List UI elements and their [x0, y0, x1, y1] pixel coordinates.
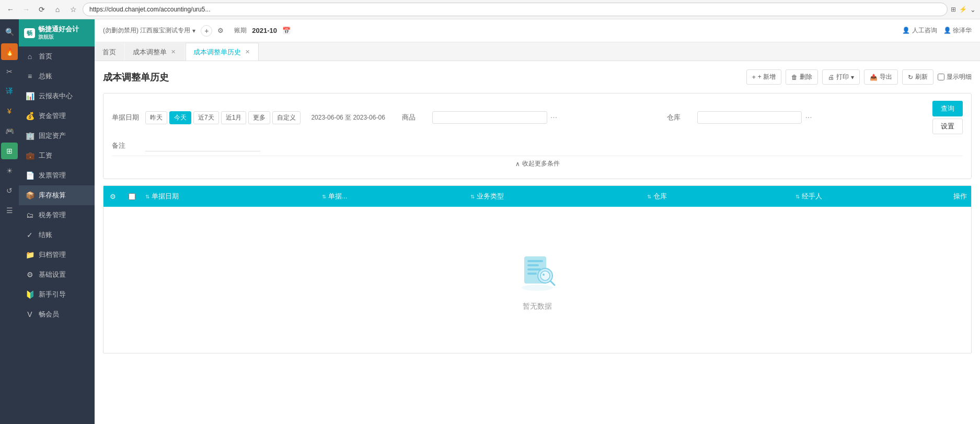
user-info[interactable]: 👤 徐泽华: [943, 26, 972, 35]
filter-row-note: 备注: [112, 139, 963, 151]
sidebar-item-reports[interactable]: 📊 云报表中心: [19, 86, 95, 106]
sidebar-item-tax[interactable]: 🗂 税务管理: [19, 205, 95, 225]
tab-cost-adjust-history-label: 成本调整单历史: [193, 48, 241, 57]
sidebar-item-archive[interactable]: 📁 归档管理: [19, 245, 95, 265]
sidebar-icon-ledger: ≡: [25, 72, 34, 80]
page-title: 成本调整单历史: [103, 71, 169, 84]
nav-back-button[interactable]: ←: [4, 3, 17, 16]
strip-icon-5[interactable]: ¥: [1, 103, 18, 120]
collapse-button[interactable]: ∧ 收起更多条件: [112, 156, 963, 171]
company-selector[interactable]: (勿删勿禁用) 江西服宝测试专用 ▾: [103, 26, 195, 35]
date-btn-1month[interactable]: 近1月: [221, 111, 247, 124]
nav-forward-button[interactable]: →: [20, 3, 32, 16]
tab-cost-adjust-close[interactable]: ✕: [170, 48, 177, 56]
settings-icon[interactable]: ⚙: [217, 27, 224, 34]
export-button[interactable]: 📤 导出: [864, 69, 898, 85]
refresh-button[interactable]: ↻ 刷新: [902, 69, 933, 85]
sidebar-label-settlement: 结账: [39, 230, 52, 240]
service-link[interactable]: 👤 人工咨询: [902, 26, 937, 35]
sidebar-item-settlement[interactable]: ✓ 结账: [19, 225, 95, 245]
note-input[interactable]: [145, 139, 260, 151]
add-tab-button[interactable]: +: [201, 25, 212, 37]
date-btn-custom[interactable]: 自定义: [272, 111, 301, 124]
refresh-label: 刷新: [915, 73, 928, 81]
new-button[interactable]: + + 新增: [746, 69, 781, 85]
sidebar-item-fixed-assets[interactable]: 🏢 固定资产: [19, 126, 95, 146]
filter-row-1: 单据日期 昨天 今天 近7天 近1月 更多 自定义 2023-06-06 至 2…: [112, 101, 963, 134]
strip-icon-10[interactable]: ☰: [1, 202, 18, 219]
sidebar-item-invoice[interactable]: 📄 发票管理: [19, 166, 95, 185]
calendar-icon[interactable]: 📅: [282, 27, 291, 34]
nav-refresh-button[interactable]: ⟳: [36, 3, 48, 16]
sidebar-label-home: 首页: [39, 52, 52, 61]
strip-icon-1[interactable]: 🔍: [1, 23, 18, 40]
sidebar-item-settings[interactable]: ⚙ 基础设置: [19, 265, 95, 285]
strip-icon-3[interactable]: ✂: [1, 63, 18, 80]
th-operator[interactable]: ⇅ 经手人: [791, 192, 940, 201]
select-all-checkbox[interactable]: [129, 193, 135, 200]
svg-rect-4: [527, 268, 541, 270]
user-avatar-icon: 👤: [943, 27, 951, 34]
sidebar-label-member: 畅会员: [39, 310, 59, 319]
date-btn-today[interactable]: 今天: [169, 111, 191, 124]
strip-icon-9[interactable]: ↺: [1, 182, 18, 199]
sidebar-icon-settings: ⚙: [25, 270, 34, 279]
app-name: 畅捷通好会计: [38, 25, 79, 33]
empty-state: 暂无数据: [103, 207, 971, 353]
filter-settings-button[interactable]: 设置: [932, 119, 963, 134]
warehouse-more-icon[interactable]: ···: [805, 113, 812, 122]
commodity-input[interactable]: [432, 111, 547, 124]
th-settings-icon[interactable]: ⚙: [103, 193, 122, 201]
tab-home[interactable]: 首页: [95, 43, 124, 61]
sidebar-label-tax: 税务管理: [39, 210, 66, 220]
nav-home-button[interactable]: ⌂: [51, 3, 64, 16]
show-columns-label: 显示明细: [947, 73, 972, 81]
sidebar-item-payroll[interactable]: 💼 工资: [19, 146, 95, 166]
show-columns-checkbox-label[interactable]: 显示明细: [938, 73, 972, 81]
address-bar[interactable]: [83, 3, 948, 16]
sidebar-item-ledger[interactable]: ≡ 总账: [19, 66, 95, 86]
sidebar-item-home[interactable]: ⌂ 首页: [19, 46, 95, 66]
nav-bookmark-button[interactable]: ☆: [67, 3, 79, 16]
empty-text: 暂无数据: [523, 302, 552, 311]
app-version: 旗舰版: [38, 33, 79, 41]
svg-line-8: [550, 281, 555, 285]
service-text: 人工咨询: [912, 27, 937, 34]
page-content: 成本调整单历史 + + 新增 🗑 删除 🖨 打印 ▾: [95, 61, 980, 424]
th-warehouse[interactable]: ⇅ 仓库: [643, 192, 791, 201]
date-btn-yesterday[interactable]: 昨天: [145, 111, 167, 124]
tab-cost-adjust-history-close[interactable]: ✕: [244, 48, 251, 56]
sidebar-item-member[interactable]: V 畅会员: [19, 304, 95, 324]
sidebar-icon-tax: 🗂: [25, 211, 34, 219]
sidebar-item-guide[interactable]: 🔰 新手引导: [19, 285, 95, 304]
strip-icon-7[interactable]: ⊞: [1, 143, 18, 159]
show-columns-checkbox[interactable]: [938, 74, 944, 80]
warehouse-input[interactable]: [697, 111, 802, 124]
sidebar-item-inventory[interactable]: 📦 库存核算: [19, 185, 95, 205]
sort-icon-warehouse: ⇅: [647, 194, 651, 199]
date-btn-more[interactable]: 更多: [248, 111, 270, 124]
th-date[interactable]: ⇅ 单据日期: [141, 192, 318, 201]
sidebar-item-funds[interactable]: 💰 资金管理: [19, 106, 95, 126]
sidebar-icon-payroll: 💼: [25, 151, 34, 160]
sidebar-icon-home: ⌂: [25, 52, 34, 61]
period-label: 账期: [234, 26, 247, 35]
strip-icon-2[interactable]: 🔥: [1, 43, 18, 60]
th-number[interactable]: ⇅ 单据...: [318, 192, 466, 201]
th-type-label: 业务类型: [477, 192, 504, 201]
tab-home-label: 首页: [102, 48, 116, 57]
delete-button[interactable]: 🗑 删除: [786, 69, 818, 85]
tab-cost-adjust-history[interactable]: 成本调整单历史 ✕: [186, 43, 259, 61]
strip-icon-4[interactable]: 译: [1, 83, 18, 100]
print-button[interactable]: 🖨 打印 ▾: [822, 69, 860, 85]
tab-cost-adjust[interactable]: 成本调整单 ✕: [125, 43, 185, 61]
strip-icon-8[interactable]: ☀: [1, 162, 18, 179]
date-btn-7days[interactable]: 近7天: [193, 111, 219, 124]
th-number-label: 单据...: [328, 192, 348, 201]
strip-icon-6[interactable]: 🎮: [1, 123, 18, 139]
print-label: 打印: [836, 73, 849, 81]
commodity-more-icon[interactable]: ···: [550, 113, 557, 122]
query-button[interactable]: 查询: [932, 101, 963, 116]
th-type[interactable]: ⇅ 业务类型: [466, 192, 643, 201]
th-checkbox[interactable]: [122, 193, 141, 200]
